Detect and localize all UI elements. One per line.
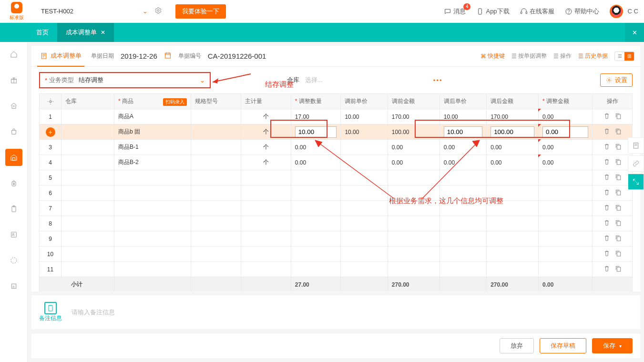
post-amt-input[interactable] xyxy=(491,126,534,138)
tabs-close-all[interactable]: ✕ xyxy=(625,23,644,42)
tool-note-icon[interactable] xyxy=(628,137,644,154)
sidebar: 新 xyxy=(0,42,28,362)
post-price-input[interactable] xyxy=(444,126,482,138)
save-draft-button[interactable]: 保存草稿 xyxy=(540,338,586,353)
doc-title-tab[interactable]: 成本调整单 xyxy=(37,46,84,67)
right-tools xyxy=(628,137,644,190)
ops-link[interactable]: ☰ 操作 xyxy=(553,52,572,60)
tenant-name: TEST-H002 xyxy=(41,8,73,15)
delete-icon[interactable] xyxy=(603,127,611,136)
table-container: 仓库 商品扫码录入 规格型号 主计量 调整数量 调前单价 调前金额 调后单价 调… xyxy=(31,93,640,291)
table-row[interactable]: 8 xyxy=(40,216,633,231)
delete-icon[interactable] xyxy=(603,188,611,197)
nav-money-icon[interactable] xyxy=(5,175,22,192)
nav-contact-icon[interactable] xyxy=(5,226,22,243)
nav-warehouse-icon[interactable] xyxy=(5,149,22,166)
discard-button[interactable]: 放弃 xyxy=(500,338,534,353)
table-row[interactable]: 1商品A个17.0010.00170.0010.00170.000.00 xyxy=(40,109,633,124)
svg-rect-23 xyxy=(617,145,620,149)
close-icon[interactable]: ✕ xyxy=(101,29,105,36)
service-link[interactable]: 在线客服 xyxy=(520,7,554,16)
gear-icon[interactable] xyxy=(154,7,162,16)
nav-up-icon[interactable] xyxy=(5,97,22,114)
tab-cost-adjust[interactable]: 成本调整单✕ xyxy=(57,23,114,42)
scan-tag[interactable]: 扫码录入 xyxy=(163,98,187,106)
tab-home[interactable]: 首页 xyxy=(28,23,57,42)
logo-icon xyxy=(11,2,22,13)
svg-marker-18 xyxy=(213,78,218,83)
subtotal-row: 小计 27.00 270.00 270.00 0.00 xyxy=(40,277,633,292)
delete-icon[interactable] xyxy=(603,234,611,243)
experience-button[interactable]: 我要体验一下 xyxy=(175,4,226,19)
help-link[interactable]: 帮助中心 xyxy=(565,7,599,16)
nav-sync-icon[interactable] xyxy=(5,252,22,269)
copy-icon[interactable] xyxy=(614,219,622,228)
svg-point-5 xyxy=(568,13,569,13)
delete-icon[interactable] xyxy=(603,265,611,274)
tool-expand-icon[interactable] xyxy=(628,174,644,190)
copy-icon[interactable] xyxy=(614,158,622,167)
col-warehouse: 仓库 xyxy=(61,94,114,109)
delete-icon[interactable] xyxy=(603,143,611,152)
delete-icon[interactable] xyxy=(603,158,611,167)
date-value[interactable]: 2019-12-26 xyxy=(121,52,157,60)
delete-icon[interactable] xyxy=(603,173,611,182)
tenant-select[interactable]: TEST-H002 ⌄ xyxy=(37,4,152,19)
logo: 标准版 xyxy=(6,2,28,21)
add-row-icon[interactable]: + xyxy=(46,127,55,137)
nav-new-icon[interactable]: 新 xyxy=(5,278,22,295)
copy-icon[interactable] xyxy=(614,188,622,197)
col-pre-price: 调前单价 xyxy=(341,94,388,109)
nav-bag-icon[interactable] xyxy=(5,123,22,140)
svg-line-32 xyxy=(315,140,394,198)
remark-input[interactable] xyxy=(72,309,633,316)
setting-button[interactable]: 设置 xyxy=(600,73,633,87)
col-adj-amt: 调整金额 xyxy=(539,94,593,109)
col-product: 商品扫码录入 xyxy=(114,94,191,109)
copy-icon[interactable] xyxy=(614,249,622,259)
copy-icon[interactable] xyxy=(614,204,622,213)
shortcut-link[interactable]: ⌘ 快捷键 xyxy=(480,52,505,60)
note-icon xyxy=(44,302,57,314)
svg-rect-25 xyxy=(617,176,620,180)
delete-icon[interactable] xyxy=(603,204,611,213)
more-icon[interactable]: ••• xyxy=(433,77,443,84)
tool-link-icon[interactable] xyxy=(628,155,644,172)
history-link[interactable]: ☰ 历史单据 xyxy=(578,52,608,60)
business-type-select[interactable]: * 业务类型 结存调整 ⌄ xyxy=(39,72,211,88)
warehouse-filter[interactable]: 仓库 选择... ••• xyxy=(287,76,443,84)
col-gear[interactable] xyxy=(40,94,61,109)
copy-icon[interactable] xyxy=(614,143,622,152)
delete-icon[interactable] xyxy=(603,112,611,121)
view-toggle[interactable]: ☰⊞ xyxy=(614,52,634,61)
delete-icon[interactable] xyxy=(603,249,611,259)
annotation-arrow-3 xyxy=(413,136,489,203)
user-menu[interactable]: C C xyxy=(610,5,638,18)
table-row[interactable]: 11 xyxy=(40,262,633,277)
annotation-arrow-2 xyxy=(308,136,403,203)
messages-link[interactable]: 消息 4 xyxy=(444,7,466,16)
copy-icon[interactable] xyxy=(614,127,622,136)
copy-icon[interactable] xyxy=(614,173,622,182)
remark-section: 备注信息 xyxy=(31,295,640,329)
calendar-icon[interactable] xyxy=(164,52,172,61)
nav-home-icon[interactable] xyxy=(5,46,22,63)
chevron-down-icon: ⌄ xyxy=(200,77,205,84)
svg-marker-33 xyxy=(315,140,322,147)
app-download-link[interactable]: App下载 xyxy=(476,7,509,16)
svg-line-34 xyxy=(422,140,480,198)
delete-icon[interactable] xyxy=(603,219,611,228)
copy-icon[interactable] xyxy=(614,112,622,121)
svg-point-11 xyxy=(12,233,14,235)
nav-clipboard-icon[interactable] xyxy=(5,200,22,217)
adj-amt-input[interactable] xyxy=(542,126,588,138)
table-row[interactable]: 9 xyxy=(40,231,633,247)
per-doc-link[interactable]: ☰ 按单据调整 xyxy=(511,52,547,60)
copy-icon[interactable] xyxy=(614,265,622,274)
copy-icon[interactable] xyxy=(614,234,622,243)
nav-gift-icon[interactable] xyxy=(5,72,22,89)
svg-point-12 xyxy=(11,258,17,263)
qty-input[interactable] xyxy=(295,126,337,138)
table-row[interactable]: 10 xyxy=(40,247,633,262)
save-button[interactable]: 保存▾ xyxy=(592,338,633,353)
